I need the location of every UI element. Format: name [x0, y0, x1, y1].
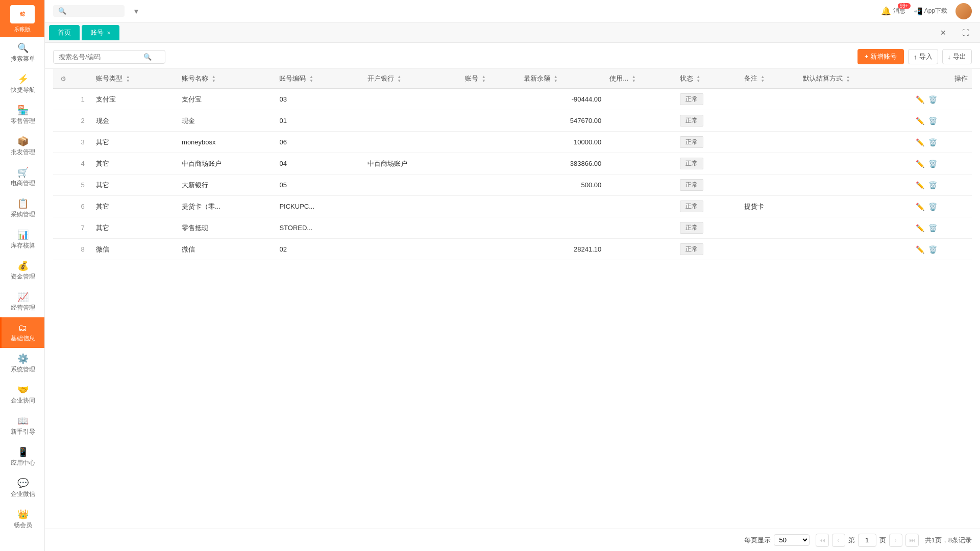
sidebar-item-search[interactable]: 🔍 搜索菜单 — [0, 37, 44, 68]
column-settings-icon[interactable]: ⚙ — [60, 75, 66, 83]
th-code[interactable]: 账号编码 ▲▼ — [275, 69, 363, 89]
row-checkbox-cell[interactable] — [53, 110, 74, 132]
sidebar-item-label: 企业微信 — [11, 490, 35, 498]
delete-icon[interactable]: 🗑️ — [928, 160, 937, 168]
edit-icon[interactable]: ✏️ — [916, 117, 924, 125]
tab-maximize-button[interactable]: ⛶ — [955, 22, 976, 43]
page-number-input[interactable] — [858, 534, 876, 547]
row-checkbox-cell[interactable] — [53, 217, 74, 239]
sidebar-item-wechat[interactable]: 💬 企业微信 — [0, 472, 44, 504]
sidebar-item-operations[interactable]: 📈 经营管理 — [0, 286, 44, 317]
user-avatar[interactable] — [955, 3, 972, 19]
sort-type-icon[interactable]: ▲▼ — [126, 75, 130, 83]
sort-name-icon[interactable]: ▲▼ — [212, 75, 216, 83]
prev-page-button[interactable]: ‹ — [832, 534, 845, 547]
row-remark — [740, 110, 799, 132]
sidebar-item-app-center[interactable]: 📱 应用中心 — [0, 441, 44, 472]
th-status[interactable]: 状态 ▲▼ — [676, 69, 740, 89]
row-checkbox-cell[interactable] — [53, 132, 74, 153]
tab-home[interactable]: 首页 — [49, 25, 80, 40]
row-name: 支付宝 — [178, 89, 275, 110]
row-checkbox-cell[interactable] — [53, 239, 74, 260]
sidebar-item-inventory[interactable]: 📊 库存核算 — [0, 224, 44, 255]
finance-icon: 💰 — [17, 260, 29, 271]
row-remark — [740, 132, 799, 153]
sidebar-item-basic[interactable]: 🗂 基础信息 — [0, 317, 44, 348]
sort-usage-icon[interactable]: ▲▼ — [632, 75, 636, 83]
sidebar-item-shortcut[interactable]: ⚡ 快捷导航 — [0, 68, 44, 99]
tab-minimize-button[interactable]: ✕ — [933, 22, 953, 43]
row-checkbox-cell[interactable] — [53, 153, 74, 174]
ecommerce-icon: 🛒 — [17, 167, 29, 178]
page-size-select[interactable]: 50 10 20 100 — [774, 534, 810, 546]
sort-bank-icon[interactable]: ▲▼ — [397, 75, 401, 83]
system-icon: ⚙️ — [17, 353, 29, 364]
delete-icon[interactable]: 🗑️ — [928, 224, 937, 232]
th-action: 操作 — [912, 69, 972, 89]
edit-icon[interactable]: ✏️ — [916, 160, 924, 168]
row-checkbox-cell[interactable] — [53, 89, 74, 110]
account-search-box[interactable]: 🔍 — [53, 50, 165, 64]
th-name[interactable]: 账号名称 ▲▼ — [178, 69, 275, 89]
sort-remark-icon[interactable]: ▲▼ — [761, 75, 765, 83]
message-button[interactable]: 🔔 消息 99+ — [881, 6, 905, 16]
edit-icon[interactable]: ✏️ — [916, 224, 924, 232]
sidebar-item-finance[interactable]: 💰 资金管理 — [0, 255, 44, 286]
delete-icon[interactable]: 🗑️ — [928, 117, 937, 125]
th-balance[interactable]: 最新余额 ▲▼ — [520, 69, 605, 89]
sidebar-item-guide[interactable]: 📖 新手引导 — [0, 410, 44, 441]
edit-icon[interactable]: ✏️ — [916, 203, 924, 211]
edit-icon[interactable]: ✏️ — [916, 95, 924, 104]
tab-close-icon[interactable]: ✕ — [107, 30, 111, 36]
sidebar-item-ecommerce[interactable]: 🛒 电商管理 — [0, 162, 44, 193]
th-usage[interactable]: 使用... ▲▼ — [605, 69, 675, 89]
topbar-search[interactable]: 🔍 — [53, 5, 125, 17]
last-page-button[interactable]: ⏭ — [905, 534, 919, 547]
th-bank[interactable]: 开户银行 ▲▼ — [363, 69, 461, 89]
table-row: 3 其它 moneybosx 06 10000.00 正常 ✏️ 🗑️ — [53, 132, 972, 153]
next-page-button[interactable]: › — [889, 534, 902, 547]
row-default-payment — [799, 196, 912, 217]
sidebar-item-wholesale[interactable]: 📦 批发管理 — [0, 131, 44, 162]
edit-icon[interactable]: ✏️ — [916, 245, 924, 254]
th-default-payment[interactable]: 默认结算方式 ▲▼ — [799, 69, 912, 89]
row-status: 正常 — [676, 217, 740, 239]
row-bank — [363, 174, 461, 196]
th-account[interactable]: 账号 ▲▼ — [461, 69, 520, 89]
row-checkbox-cell[interactable] — [53, 196, 74, 217]
sort-code-icon[interactable]: ▲▼ — [309, 75, 313, 83]
row-type: 微信 — [92, 239, 178, 260]
sort-payment-icon[interactable]: ▲▼ — [846, 75, 850, 83]
first-page-button[interactable]: ⏮ — [816, 534, 829, 547]
sidebar-item-retail[interactable]: 🏪 零售管理 — [0, 99, 44, 131]
account-search-input[interactable] — [59, 53, 140, 61]
sidebar-item-contract[interactable]: 🤝 企业协同 — [0, 379, 44, 410]
delete-icon[interactable]: 🗑️ — [928, 95, 937, 104]
account-search-icon[interactable]: 🔍 — [143, 53, 152, 61]
th-remark[interactable]: 备注 ▲▼ — [740, 69, 799, 89]
sort-status-icon[interactable]: ▲▼ — [696, 75, 700, 83]
row-num: 8 — [74, 239, 92, 260]
add-account-button[interactable]: + 新增账号 — [857, 49, 904, 64]
delete-icon[interactable]: 🗑️ — [928, 138, 937, 146]
delete-icon[interactable]: 🗑️ — [928, 245, 937, 254]
delete-icon[interactable]: 🗑️ — [928, 203, 937, 211]
delete-icon[interactable]: 🗑️ — [928, 181, 937, 189]
th-settings[interactable]: ⚙ — [53, 69, 74, 89]
row-checkbox-cell[interactable] — [53, 174, 74, 196]
sidebar-item-system[interactable]: ⚙️ 系统管理 — [0, 348, 44, 379]
topbar-dropdown-icon[interactable]: ▼ — [133, 7, 140, 15]
sort-account-icon[interactable]: ▲▼ — [482, 75, 486, 83]
row-usage — [605, 239, 675, 260]
app-download-button[interactable]: 📲 App下载 — [914, 7, 947, 15]
tab-account[interactable]: 账号 ✕ — [82, 25, 119, 40]
import-button[interactable]: ↑ 导入 — [908, 49, 938, 64]
sort-balance-icon[interactable]: ▲▼ — [554, 75, 558, 83]
edit-icon[interactable]: ✏️ — [916, 138, 924, 146]
topbar-search-input[interactable] — [69, 8, 120, 15]
sidebar-item-purchase[interactable]: 📋 采购管理 — [0, 193, 44, 224]
sidebar-item-member[interactable]: 👑 畅会员 — [0, 504, 44, 535]
edit-icon[interactable]: ✏️ — [916, 181, 924, 189]
th-type[interactable]: 账号类型 ▲▼ — [92, 69, 178, 89]
export-button[interactable]: ↓ 导出 — [942, 49, 972, 64]
